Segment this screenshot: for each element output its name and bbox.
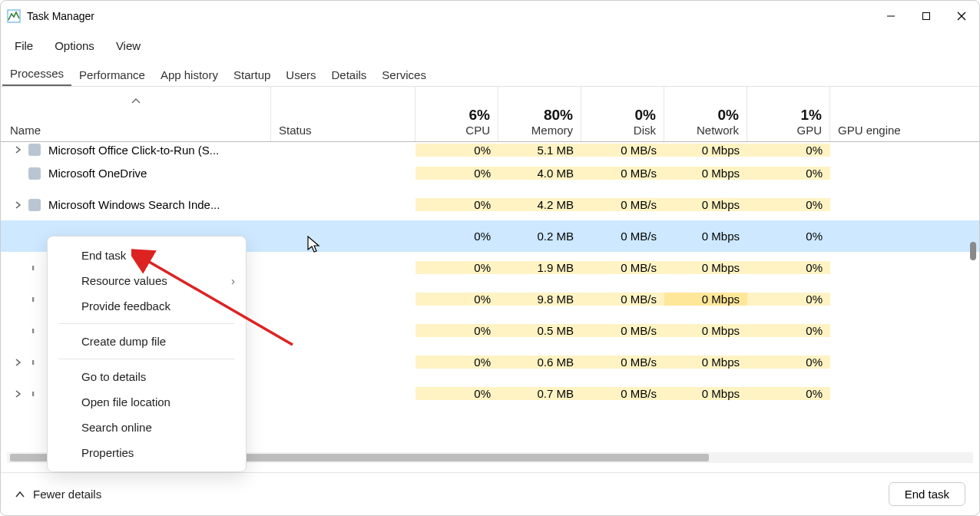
cell-mem: 0.5 MB — [498, 324, 581, 337]
column-name[interactable]: Name — [1, 87, 271, 141]
ctx-search-online[interactable]: Search online — [48, 415, 246, 440]
column-status[interactable]: Status — [271, 87, 416, 141]
vertical-scrollbar-thumb[interactable] — [970, 242, 976, 260]
expand-icon[interactable] — [8, 146, 27, 154]
fewer-details-toggle[interactable]: Fewer details — [15, 488, 101, 501]
cell-net: 0 Mbps — [664, 293, 747, 306]
menu-view[interactable]: View — [108, 36, 148, 55]
cell-mem: 0.6 MB — [498, 356, 581, 369]
cell-gpu: 0% — [747, 261, 830, 274]
tab-details[interactable]: Details — [324, 64, 375, 86]
footer: Fewer details End task — [1, 472, 979, 515]
end-task-button[interactable]: End task — [889, 482, 965, 506]
tab-startup[interactable]: Startup — [226, 64, 278, 86]
cell-net: 0 Mbps — [664, 198, 747, 211]
process-icon — [27, 166, 42, 181]
process-icon — [27, 142, 42, 157]
column-cpu[interactable]: 6%CPU — [416, 87, 498, 141]
cell-cpu: 0% — [416, 293, 498, 306]
cell-disk: 0 MB/s — [581, 387, 664, 400]
cell-cpu: 0% — [416, 387, 498, 400]
cell-disk: 0 MB/s — [581, 144, 664, 157]
cell-disk: 0 MB/s — [581, 356, 664, 369]
titlebar: Task Manager — [1, 1, 979, 31]
cell-mem: 4.0 MB — [498, 167, 581, 180]
expand-icon[interactable] — [8, 201, 27, 209]
ctx-separator — [58, 359, 235, 359]
cell-mem: 1.9 MB — [498, 261, 581, 274]
process-icon — [27, 386, 42, 402]
ctx-open-file-location[interactable]: Open file location — [48, 389, 246, 415]
ctx-create-dump[interactable]: Create dump file — [48, 329, 246, 354]
cell-net: 0 Mbps — [664, 167, 747, 180]
ctx-provide-feedback[interactable]: Provide feedback — [48, 293, 246, 319]
cell-gpu: 0% — [747, 387, 830, 400]
expand-icon[interactable] — [8, 390, 27, 398]
process-icon — [27, 260, 42, 276]
tab-processes[interactable]: Processes — [2, 62, 71, 86]
process-icon — [27, 197, 42, 213]
menu-file[interactable]: File — [7, 36, 41, 55]
cell-net: 0 Mbps — [664, 261, 747, 274]
svg-rect-5 — [28, 144, 41, 156]
cell-gpu: 0% — [747, 324, 830, 337]
tab-bar: Processes Performance App history Startu… — [1, 59, 979, 87]
process-name: Microsoft Windows Search Inde... — [48, 198, 220, 211]
menu-options[interactable]: Options — [47, 36, 102, 55]
cell-net: 0 Mbps — [664, 324, 747, 337]
ctx-go-to-details[interactable]: Go to details — [48, 364, 246, 389]
cell-mem: 4.2 MB — [498, 198, 581, 211]
maximize-button[interactable] — [909, 1, 944, 31]
cell-mem: 0.2 MB — [498, 230, 581, 243]
cell-mem: 0.7 MB — [498, 387, 581, 400]
cell-gpu: 0% — [747, 198, 830, 211]
context-menu: End task Resource values Provide feedbac… — [47, 236, 247, 472]
column-network[interactable]: 0%Network — [664, 87, 747, 141]
ctx-end-task[interactable]: End task — [48, 243, 246, 268]
close-button[interactable] — [944, 1, 979, 31]
column-memory[interactable]: 80%Memory — [498, 87, 581, 141]
cell-disk: 0 MB/s — [581, 167, 664, 180]
column-gpu[interactable]: 1%GPU — [747, 87, 830, 141]
task-manager-window: Task Manager File Options View Processes… — [0, 0, 980, 516]
cell-cpu: 0% — [416, 144, 498, 157]
cell-cpu: 0% — [416, 356, 498, 369]
cell-mem: 5.1 MB — [498, 144, 581, 157]
tab-services[interactable]: Services — [374, 64, 434, 86]
svg-rect-2 — [923, 13, 930, 20]
cell-disk: 0 MB/s — [581, 198, 664, 211]
process-row[interactable]: Microsoft OneDrive0%4.0 MB0 MB/s0 Mbps0% — [1, 157, 979, 189]
column-gpu-engine[interactable]: GPU engine — [830, 87, 979, 141]
process-name: Microsoft Office Click-to-Run (S... — [48, 144, 219, 157]
svg-rect-10 — [32, 329, 34, 333]
ctx-properties[interactable]: Properties — [48, 440, 246, 465]
svg-rect-9 — [32, 297, 34, 302]
column-name-label: Name — [10, 124, 263, 137]
ctx-resource-values[interactable]: Resource values — [48, 268, 246, 293]
process-icon — [27, 292, 42, 307]
table-header: Name Status 6%CPU 80%Memory 0%Disk 0%Net… — [1, 87, 979, 142]
cell-cpu: 0% — [416, 261, 498, 274]
svg-rect-6 — [28, 167, 41, 180]
tab-performance[interactable]: Performance — [71, 64, 153, 86]
window-title: Task Manager — [27, 10, 94, 22]
cell-net: 0 Mbps — [664, 230, 747, 243]
tab-users[interactable]: Users — [278, 64, 323, 86]
cell-gpu: 0% — [747, 293, 830, 306]
column-disk[interactable]: 0%Disk — [581, 87, 664, 141]
sort-ascending-icon — [131, 93, 141, 106]
minimize-button[interactable] — [873, 1, 909, 31]
app-icon — [7, 9, 21, 23]
cell-cpu: 0% — [416, 230, 498, 243]
cell-gpu: 0% — [747, 144, 830, 157]
process-row[interactable]: Microsoft Office Click-to-Run (S...0%5.1… — [1, 142, 979, 157]
fewer-details-label: Fewer details — [33, 488, 101, 501]
cell-gpu: 0% — [747, 356, 830, 369]
tab-app-history[interactable]: App history — [153, 64, 226, 86]
menubar: File Options View — [1, 31, 979, 59]
process-row[interactable]: Microsoft Windows Search Inde...0%4.2 MB… — [1, 189, 979, 220]
expand-icon[interactable] — [8, 359, 27, 366]
cell-cpu: 0% — [416, 198, 498, 211]
svg-rect-12 — [32, 392, 34, 396]
process-icon — [27, 355, 42, 370]
